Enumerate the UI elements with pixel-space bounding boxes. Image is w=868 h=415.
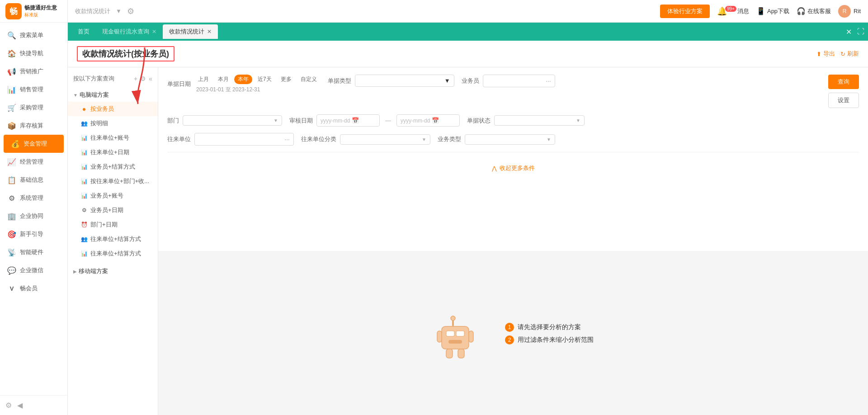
tab-collection-stats-close[interactable]: ✕: [207, 28, 212, 35]
scheme-settings-icon[interactable]: ⚙: [140, 75, 146, 82]
scheme-item-label: 业务员+日期: [90, 206, 123, 214]
sidebar-item-quicknav[interactable]: 🏠 快捷导航: [0, 44, 67, 62]
date-tab-more[interactable]: 更多: [277, 75, 295, 84]
scheme-item-salesperson-date[interactable]: ⚙ 业务员+日期: [68, 203, 158, 217]
tab-bank-flow-label: 现金银行流水查询: [102, 28, 149, 36]
trial-btn[interactable]: 体验行业方案: [660, 5, 710, 18]
page-header: 收款情况统计(按业务员) ⬆ 导出 ↻ 刷新: [68, 41, 868, 67]
sidebar-item-inventory[interactable]: 📦 库存核算: [0, 117, 67, 135]
scheme-item-counterpart-date[interactable]: 📊 往来单位+日期: [68, 145, 158, 160]
refresh-btn[interactable]: ↻ 刷新: [840, 50, 859, 58]
counterpart-category-chevron: ▼: [422, 137, 426, 142]
sidebar-item-smarthw[interactable]: 📡 智能硬件: [0, 243, 67, 261]
tab-bar: 首页 现金银行流水查询 ✕ 收款情况统计 ✕ ✕ ⛶: [68, 23, 868, 41]
counterpart-category-select[interactable]: ▼: [340, 134, 430, 145]
counterpart-select[interactable]: ···: [194, 133, 294, 146]
audit-date-label: 审核日期: [289, 117, 313, 125]
scheme-collapse-icon[interactable]: «: [149, 75, 152, 82]
audit-date-start[interactable]: yyyy-mm-dd 📅: [316, 114, 380, 127]
scheme-item-by-detail[interactable]: 👥 按明细: [68, 116, 158, 131]
sidebar-item-search[interactable]: 🔍 搜索菜单: [0, 26, 67, 44]
sidebar-item-marketing[interactable]: 📢 营销推广: [0, 62, 67, 80]
pc-group-arrow: ▼: [73, 93, 78, 98]
sidebar-item-member[interactable]: V 畅会员: [0, 279, 67, 297]
export-btn[interactable]: ⬆ 导出: [816, 50, 835, 58]
footer-settings-icon[interactable]: ⚙: [5, 401, 12, 410]
footer-collapse-icon[interactable]: ◀: [17, 401, 23, 410]
date-tab-this-year[interactable]: 本年: [234, 75, 252, 84]
online-service-area[interactable]: 🎧 在线客服: [797, 7, 831, 15]
tab-close-all-btn[interactable]: ✕: [846, 28, 852, 36]
scheme-item-salesperson-account[interactable]: 📊 业务员+账号: [68, 189, 158, 203]
counterpart-settle2-icon: 📊: [80, 250, 88, 257]
sidebar-item-basic-info[interactable]: 📋 基础信息: [0, 171, 67, 189]
tab-bank-flow-close[interactable]: ✕: [152, 28, 156, 35]
logo-icon: 畅: [5, 3, 22, 19]
search-icon: 🔍: [7, 31, 16, 40]
tab-bar-right: ✕ ⛶: [846, 28, 864, 36]
dept-select[interactable]: ▼: [183, 115, 282, 126]
date-tab-this-month[interactable]: 本月: [214, 75, 232, 84]
scheme-group-pc-title[interactable]: ▼ 电脑端方案: [68, 88, 158, 102]
app-download-area[interactable]: 📱 App下载: [756, 7, 789, 15]
basic-icon: 📋: [7, 175, 16, 184]
sidebar-item-system[interactable]: ⚙ 系统管理: [0, 189, 67, 207]
tab-expand-btn[interactable]: ⛶: [857, 28, 864, 36]
sidebar-item-wechat[interactable]: 💬 企业微信: [0, 261, 67, 279]
scheme-item-by-counterpart-dept[interactable]: 📊 按往来单位+部门+收...: [68, 174, 158, 189]
doc-status-select[interactable]: ▼: [494, 115, 585, 126]
scheme-item-counterpart-settle2[interactable]: 📊 往来单位+结算方式: [68, 246, 158, 261]
date-tab-last7[interactable]: 近7天: [254, 75, 275, 84]
header-settings-btn[interactable]: ⚙: [127, 6, 134, 16]
date-tab-last-month[interactable]: 上月: [194, 75, 212, 84]
tab-collection-stats[interactable]: 收款情况统计 ✕: [163, 24, 218, 39]
salesperson-select[interactable]: ···: [483, 75, 555, 87]
scheme-item-dept-date[interactable]: ⏰ 部门+日期: [68, 217, 158, 232]
filter-row-1: 单据日期 上月 本月 本年 近7天 更多 自定义 2023-01-01 至 20…: [167, 75, 859, 108]
sidebar-item-finance[interactable]: 💰 资金管理: [4, 135, 64, 153]
sidebar-item-enterprise[interactable]: 🏢 企业协同: [0, 207, 67, 225]
counterpart-category-filter-item: 往来单位分类 ▼: [301, 134, 430, 145]
scheme-add-icon[interactable]: +: [134, 75, 137, 82]
scheme-group-mobile-title[interactable]: ▶ 移动端方案: [68, 264, 158, 278]
finance-icon: 💰: [11, 139, 20, 148]
tip-text-2: 用过滤条件来缩小分析范围: [518, 336, 594, 344]
notification-area[interactable]: 🔔 99+ 消息: [717, 6, 749, 16]
tab-bank-flow[interactable]: 现金银行流水查询 ✕: [96, 24, 163, 39]
collapse-btn[interactable]: ⋀ 收起更多条件: [488, 160, 538, 176]
online-service-label: 在线客服: [807, 7, 831, 15]
sidebar-item-purchase[interactable]: 🛒 采购管理: [0, 99, 67, 117]
salesperson-more-icon[interactable]: ···: [546, 77, 551, 85]
sidebar-item-sales[interactable]: 📊 销售管理: [0, 80, 67, 99]
export-icon: ⬆: [816, 51, 821, 57]
notification-label: 消息: [737, 7, 749, 15]
scheme-item-salesperson-settle[interactable]: 📊 业务员+结算方式: [68, 160, 158, 174]
date-tab-custom[interactable]: 自定义: [297, 75, 321, 84]
svg-point-5: [451, 316, 455, 321]
scheme-item-label: 往来单位+日期: [90, 148, 129, 156]
scheme-item-by-salesperson[interactable]: ● 按业务员: [68, 102, 158, 116]
svg-rect-8: [446, 349, 453, 358]
counterpart-more-icon[interactable]: ···: [284, 136, 290, 143]
filter-settings-btn[interactable]: 设置: [828, 93, 859, 108]
scheme-item-label: 往来单位+结算方式: [90, 235, 141, 243]
counterpart-filter-item: 往来单位 ···: [167, 133, 294, 146]
detail-icon: 👥: [80, 120, 88, 127]
sidebar-item-operations[interactable]: 📈 经营管理: [0, 153, 67, 171]
user-area[interactable]: R Rit: [838, 5, 861, 18]
scheme-item-counterpart-settle1[interactable]: 👥 往来单位+结算方式: [68, 232, 158, 246]
username: Rit: [854, 8, 861, 14]
mobile-group-label: 移动端方案: [79, 267, 108, 275]
sidebar-item-label: 智能硬件: [20, 248, 43, 256]
audit-date-end[interactable]: yyyy-mm-dd 📅: [396, 114, 460, 127]
biz-type-select[interactable]: ▼: [465, 134, 555, 145]
tab-home[interactable]: 首页: [71, 24, 96, 39]
header-dropdown-icon[interactable]: ▼: [116, 8, 122, 14]
query-btn[interactable]: 查询: [828, 75, 859, 89]
doc-type-select[interactable]: ▼: [355, 75, 454, 87]
tip-num-1: 1: [505, 323, 514, 332]
logo-area: 畅 畅捷通好生意 标准版: [0, 0, 67, 23]
sidebar-item-label: 企业协同: [20, 212, 43, 220]
scheme-item-counterpart-account[interactable]: 📊 往来单位+账号: [68, 131, 158, 145]
sidebar-item-guide[interactable]: 🎯 新手引导: [0, 225, 67, 243]
